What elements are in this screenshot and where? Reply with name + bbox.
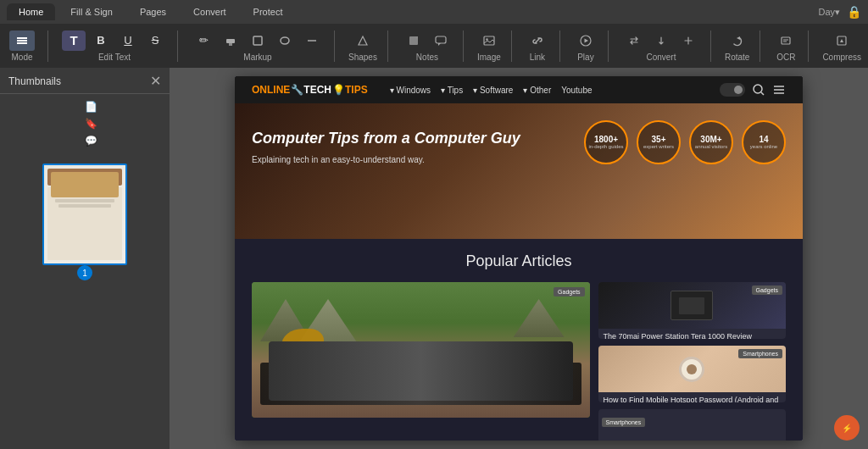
convert-tool-2[interactable] — [649, 30, 673, 51]
nav-tips[interactable]: ▾ Tips — [441, 86, 463, 95]
image-tool[interactable] — [477, 30, 501, 51]
svg-rect-0 — [17, 37, 27, 39]
mode-button[interactable]: Mode — [7, 30, 37, 62]
main-content-area: ONLINE 🔧TECH 💡TIPS ▾ Windows ▾ Tips ▾ So… — [170, 68, 868, 449]
svg-rect-11 — [436, 36, 446, 43]
stat-visitors-label: annual visitors — [695, 144, 727, 150]
article-main[interactable]: Gadgets — [252, 282, 590, 418]
pencil-tool[interactable]: ✏ — [192, 30, 215, 51]
thumbnails-close-button[interactable]: ✕ — [150, 75, 161, 88]
shapes-tool[interactable] — [351, 30, 375, 51]
article-card-1[interactable]: Gadgets The 70mai Power Station Tera 100… — [598, 282, 786, 339]
lock-icon: 🔒 — [847, 5, 861, 19]
site-menu-icon[interactable] — [772, 83, 786, 97]
tab-home[interactable]: Home — [7, 3, 55, 20]
rotate-tool[interactable] — [726, 30, 749, 51]
convert-label: Convert — [646, 53, 676, 62]
article-main-badge: Gadgets — [554, 287, 584, 297]
popular-articles-section: Popular Articles — [235, 239, 803, 441]
sidebar-icon-pages[interactable]: 📄 — [85, 101, 97, 113]
logo-tips: 💡TIPS — [332, 84, 368, 96]
mode-label: Mode — [11, 53, 32, 62]
stat-guides-label: in-depth guides — [588, 144, 623, 150]
tab-fill-sign[interactable]: Fill & Sign — [58, 3, 125, 20]
image-label: Image — [477, 53, 501, 62]
strikethrough-tool[interactable]: S — [143, 30, 167, 51]
article-card-1-body: The 70mai Power Station Tera 1000 Review… — [598, 329, 786, 339]
article-main-image — [252, 282, 590, 418]
nav-youtube[interactable]: Youtube — [561, 86, 592, 95]
article-card-2-badge: Smartphones — [738, 349, 782, 358]
article-card-2[interactable]: Smartphones How to Find Mobile Hotspot P… — [598, 346, 786, 402]
line-tool[interactable] — [300, 30, 324, 51]
article-card-3[interactable]: Smartphones — [598, 409, 786, 441]
svg-rect-4 — [229, 43, 232, 46]
toolbar-group-rotate: Rotate — [725, 30, 760, 62]
stat-guides-number: 1800+ — [594, 135, 618, 144]
page-number-badge-1: 1 — [77, 265, 92, 280]
tab-pages[interactable]: Pages — [128, 3, 178, 20]
bold-tool[interactable]: B — [89, 30, 113, 51]
rect-tool[interactable] — [246, 30, 270, 51]
stat-visitors: 30M+ annual visitors — [689, 120, 733, 164]
link-tool[interactable] — [526, 30, 549, 51]
article-card-2-body: How to Find Mobile Hotspot Password (And… — [598, 392, 786, 402]
website-preview: ONLINE 🔧TECH 💡TIPS ▾ Windows ▾ Tips ▾ So… — [235, 76, 803, 441]
text-tool[interactable]: T — [62, 30, 86, 51]
popular-articles-title: Popular Articles — [252, 252, 786, 270]
ocr-tool[interactable] — [774, 30, 798, 51]
svg-marker-12 — [438, 43, 441, 46]
article-card-1-title: The 70mai Power Station Tera 1000 Review — [604, 332, 781, 339]
sidebar-icon-bookmark[interactable]: 🔖 — [85, 118, 97, 130]
stat-writers-label: expert writers — [643, 144, 674, 150]
toolbar-group-markup: ✏ Markup — [192, 30, 335, 62]
site-nav-right — [720, 83, 786, 97]
convert-tool-1[interactable] — [622, 30, 646, 51]
ocr-label: OCR — [776, 53, 795, 62]
svg-marker-17 — [737, 36, 740, 40]
svg-rect-5 — [253, 36, 262, 45]
compress-label: Compress — [822, 53, 861, 62]
pdf-page: ONLINE 🔧TECH 💡TIPS ▾ Windows ▾ Tips ▾ So… — [235, 76, 803, 441]
article-column: Gadgets The 70mai Power Station Tera 100… — [598, 282, 786, 441]
thumbnails-panel: Thumbnails ✕ 📄 🔖 💬 1 — [0, 68, 170, 449]
svg-point-6 — [281, 37, 289, 44]
toolbar-group-mode: Mode — [7, 30, 48, 62]
nav-software[interactable]: ▾ Software — [473, 86, 513, 95]
notes-label: Notes — [416, 53, 438, 62]
svg-rect-2 — [17, 42, 27, 44]
stat-years-number: 14 — [759, 135, 768, 144]
svg-point-14 — [486, 38, 487, 40]
sticky-note-tool[interactable] — [402, 30, 426, 51]
nav-other[interactable]: ▾ Other — [523, 86, 551, 95]
thumbnails-title: Thumbnails — [8, 75, 61, 87]
play-tool[interactable] — [574, 30, 598, 51]
edit-text-label: Edit Text — [98, 53, 131, 62]
underline-tool[interactable]: U — [116, 30, 140, 51]
site-navigation: ▾ Windows ▾ Tips ▾ Software ▾ Other Yout… — [390, 86, 593, 95]
convert-tool-3[interactable] — [676, 30, 700, 51]
stat-years: 14 years online — [742, 120, 786, 164]
hero-section: Computer Tips from a Computer Guy Explai… — [235, 103, 803, 239]
site-logo: ONLINE 🔧TECH 💡TIPS — [252, 84, 368, 96]
compress-tool[interactable] — [830, 30, 854, 51]
nav-windows[interactable]: ▾ Windows — [390, 86, 431, 95]
stat-writers-number: 35+ — [652, 135, 666, 144]
site-search-icon[interactable] — [752, 83, 765, 97]
dark-mode-toggle[interactable] — [720, 83, 745, 97]
ellipse-tool[interactable] — [273, 30, 297, 51]
svg-marker-8 — [359, 36, 367, 45]
stat-visitors-number: 30M+ — [700, 135, 721, 144]
comment-tool[interactable] — [429, 30, 453, 51]
toolbar-group-compress: Compress — [822, 30, 868, 62]
tab-protect[interactable]: Protect — [242, 3, 295, 20]
sidebar-icon-comment[interactable]: 💬 — [85, 135, 97, 147]
highlighter-tool[interactable] — [219, 30, 242, 51]
thumbnail-page-1[interactable]: 1 — [42, 164, 127, 265]
shapes-label: Shapes — [348, 53, 377, 62]
float-button-icon: ⚡ — [841, 422, 853, 434]
toolbar-group-ocr: OCR — [774, 30, 809, 62]
floating-action-button[interactable]: ⚡ — [834, 415, 860, 441]
toolbar-group-image: Image — [477, 30, 512, 62]
tab-convert[interactable]: Convert — [181, 3, 238, 20]
